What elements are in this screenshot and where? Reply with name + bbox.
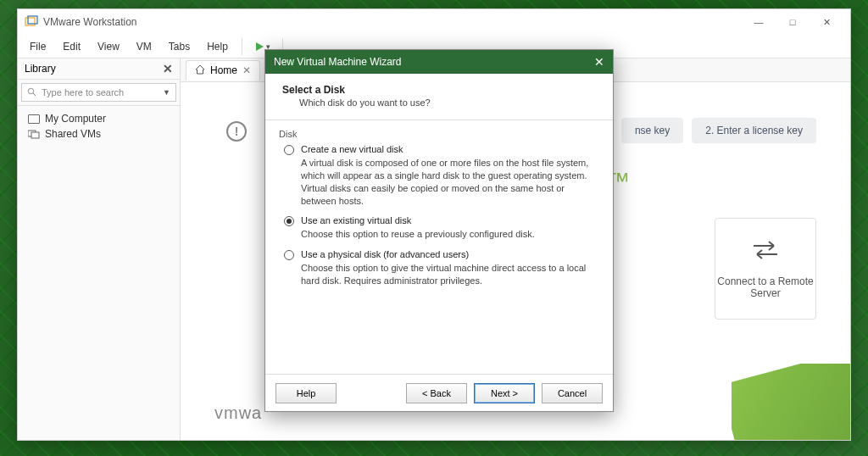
license-button-partial[interactable]: nse key [621, 118, 683, 143]
dialog-heading: Select a Disk [282, 84, 596, 96]
dialog-header: Select a Disk Which disk do you want to … [265, 74, 613, 120]
vmware-watermark: vmwa [214, 403, 262, 423]
dialog-body: Disk Create a new virtual disk A virtual… [265, 120, 613, 374]
tab-close[interactable]: ✕ [242, 64, 251, 76]
menu-vm[interactable]: VM [130, 37, 159, 56]
maximize-button[interactable]: □ [776, 10, 810, 34]
back-button[interactable]: < Back [406, 383, 467, 403]
radio-icon-selected [284, 216, 294, 226]
search-input[interactable]: Type here to search ▼ [21, 83, 176, 102]
svg-line-4 [33, 93, 36, 96]
library-close-button[interactable]: ✕ [163, 62, 173, 75]
menu-separator [242, 38, 242, 55]
cancel-button[interactable]: Cancel [542, 383, 603, 403]
transfer-icon [750, 238, 781, 267]
alert-icon: ! [226, 121, 247, 142]
menu-edit[interactable]: Edit [56, 37, 87, 56]
shared-icon [28, 130, 40, 139]
dialog-buttons: Help < Back Next > Cancel [265, 374, 613, 411]
library-tree: My Computer Shared VMs [18, 106, 180, 147]
computer-icon [28, 114, 40, 124]
library-panel: Library ✕ Type here to search ▼ My Compu… [18, 58, 181, 440]
enter-license-button[interactable]: 2. Enter a license key [692, 118, 816, 143]
search-icon [27, 87, 36, 98]
svg-point-3 [28, 88, 33, 93]
group-label: Disk [279, 129, 599, 139]
decorative-corner [732, 364, 850, 440]
svg-rect-1 [28, 16, 37, 24]
dialog-title: New Virtual Machine Wizard [274, 56, 402, 68]
home-icon [195, 64, 205, 77]
library-title: Library [25, 63, 56, 75]
radio-description: A virtual disk is composed of one or mor… [301, 157, 599, 207]
tree-item-my-computer[interactable]: My Computer [25, 111, 173, 126]
radio-icon [284, 145, 294, 155]
tree-item-shared-vms[interactable]: Shared VMs [25, 126, 173, 142]
radio-icon [284, 250, 294, 260]
radio-description: Choose this option to give the virtual m… [301, 262, 599, 287]
app-title: VMware Workstation [43, 16, 742, 28]
radio-physical-disk[interactable]: Use a physical disk (for advanced users) [284, 249, 599, 260]
dialog-titlebar[interactable]: New Virtual Machine Wizard ✕ [265, 50, 613, 74]
menu-tabs[interactable]: Tabs [162, 37, 197, 56]
next-button[interactable]: Next > [474, 383, 535, 403]
help-button[interactable]: Help [275, 383, 337, 403]
radio-description: Choose this option to reuse a previously… [301, 228, 599, 241]
menu-help[interactable]: Help [200, 37, 235, 56]
radio-label: Use a physical disk (for advanced users) [301, 249, 469, 259]
dialog-subheading: Which disk do you want to use? [299, 97, 596, 108]
chevron-down-icon[interactable]: ▼ [163, 88, 170, 97]
svg-marker-2 [256, 42, 264, 51]
close-button[interactable]: ✕ [810, 10, 843, 34]
dialog-close-button[interactable]: ✕ [594, 55, 604, 69]
connect-label: Connect to a Remote Server [715, 275, 815, 299]
tab-label: Home [210, 64, 237, 76]
search-placeholder: Type here to search [42, 87, 124, 97]
radio-create-new-disk[interactable]: Create a new virtual disk [284, 144, 599, 155]
menu-view[interactable]: View [91, 37, 126, 56]
connect-remote-button[interactable]: Connect to a Remote Server [715, 218, 816, 320]
tree-label: Shared VMs [45, 128, 101, 140]
new-vm-wizard-dialog: New Virtual Machine Wizard ✕ Select a Di… [264, 49, 614, 412]
menu-file[interactable]: File [23, 37, 53, 56]
tree-label: My Computer [45, 113, 106, 125]
svg-rect-6 [31, 132, 39, 138]
minimize-button[interactable]: — [742, 10, 776, 34]
titlebar[interactable]: VMware Workstation — □ ✕ [18, 9, 850, 35]
radio-label: Create a new virtual disk [301, 144, 403, 154]
vmware-icon [25, 15, 38, 29]
svg-rect-0 [25, 18, 35, 25]
radio-use-existing-disk[interactable]: Use an existing virtual disk [284, 215, 599, 226]
tab-home[interactable]: Home ✕ [186, 60, 260, 81]
radio-label: Use an existing virtual disk [301, 215, 411, 225]
